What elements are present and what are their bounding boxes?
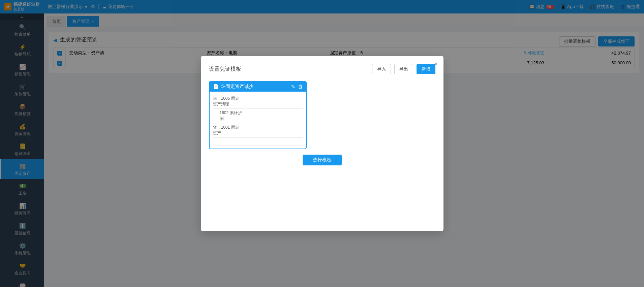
export-btn[interactable]: 导出: [394, 64, 413, 74]
template-file-icon: 📄: [213, 84, 219, 89]
modal-dialog: 设置凭证模板 导入 导出 新增 × 📄 5-固定资产减少 ✎ 🗑 借：16: [201, 56, 443, 231]
import-btn[interactable]: 导入: [372, 64, 391, 74]
select-template-btn[interactable]: 选择模板: [303, 155, 342, 165]
card-actions: ✎ 🗑: [291, 84, 303, 89]
modal-close-btn[interactable]: ×: [434, 61, 438, 68]
template-card-title: 5-固定资产减少: [221, 84, 288, 90]
modal-header: 设置凭证模板 导入 导出 新增: [209, 64, 435, 74]
new-btn[interactable]: 新增: [417, 64, 435, 74]
modal-top-btns: 导入 导出 新增: [372, 64, 435, 74]
template-card: 📄 5-固定资产减少 ✎ 🗑 借：1606 固定资产清理 1602 累计折旧: [209, 81, 307, 149]
template-edit-icon[interactable]: ✎: [291, 84, 295, 89]
template-card-body: 借：1606 固定资产清理 1602 累计折旧 贷：1601 固定资产: [210, 92, 306, 149]
modal-title: 设置凭证模板: [209, 66, 241, 73]
template-entry-4: [213, 138, 303, 146]
template-entry-2: 1602 累计折旧: [213, 109, 303, 123]
template-entry-1: 借：1606 固定资产清理: [213, 94, 303, 109]
template-entry-3: 贷：1601 固定资产: [213, 123, 303, 138]
template-delete-icon[interactable]: 🗑: [298, 84, 303, 89]
modal-overlay: 设置凭证模板 导入 导出 新增 × 📄 5-固定资产减少 ✎ 🗑 借：16: [0, 0, 644, 287]
template-card-header: 📄 5-固定资产减少 ✎ 🗑: [210, 82, 306, 92]
